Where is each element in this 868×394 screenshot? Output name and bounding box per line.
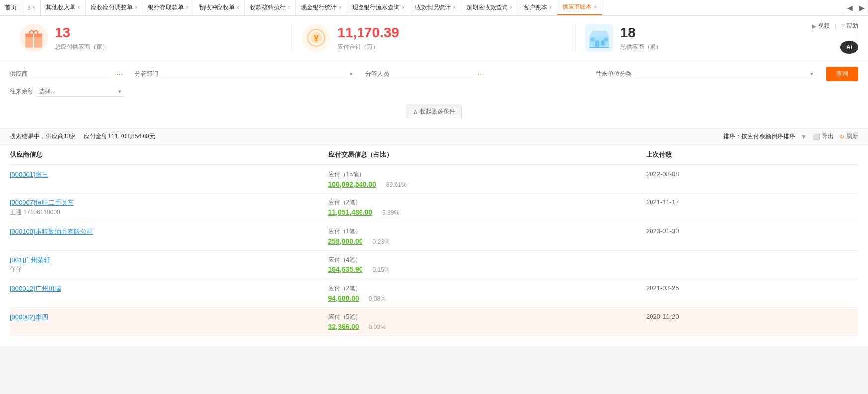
filter-dept-label: 分管部门 bbox=[135, 70, 158, 78]
nav-tab-supplier-ledger[interactable]: 供应商账本 × bbox=[557, 0, 602, 15]
amount-2[interactable]: 258,000.00 bbox=[328, 237, 363, 245]
supplier-code-1: [000007] bbox=[10, 199, 35, 206]
refresh-icon: ↻ bbox=[840, 133, 845, 140]
supplier-code-4: [000012] bbox=[10, 285, 35, 292]
nav-next-arrow[interactable]: ▶ bbox=[856, 0, 868, 16]
nav-tab-overdue-close[interactable]: × bbox=[510, 5, 513, 10]
dept-select[interactable]: ▼ bbox=[161, 69, 355, 79]
card3-number: 18 bbox=[620, 24, 662, 41]
nav-tab-supplier-ledger-close[interactable]: × bbox=[594, 4, 597, 10]
result-info-right: 排序：按应付余额倒序排序 ▼ ⬜ 导出 ↻ 刷新 bbox=[723, 132, 858, 141]
supplier-ellipsis[interactable]: ··· bbox=[114, 70, 125, 79]
balance-select[interactable]: ▼ bbox=[37, 86, 124, 97]
amount-3[interactable]: 164,635.90 bbox=[328, 265, 363, 273]
nav-tab-overdue[interactable]: 超期应收款查询 × bbox=[461, 0, 518, 15]
card3-label: 总供应商（家） bbox=[620, 43, 662, 51]
nav-tab-bank-close[interactable]: × bbox=[186, 5, 189, 10]
refresh-button[interactable]: ↻ 刷新 bbox=[840, 132, 858, 141]
nav-tab-3-close[interactable]: × bbox=[32, 5, 35, 10]
percent-1: 9.89% bbox=[382, 209, 399, 216]
top-right-links: ▶ 视频 | ? 帮助 bbox=[812, 22, 858, 30]
nav-tab-customer-ledger[interactable]: 客户账本 × bbox=[518, 0, 558, 15]
txn-label-2: 应付（1笔） bbox=[328, 227, 647, 236]
help-link[interactable]: ? 帮助 bbox=[841, 22, 858, 30]
amount-5[interactable]: 32,366.00 bbox=[328, 323, 359, 330]
nav-tab-bank-label: 银行存取款单 bbox=[148, 3, 184, 12]
nav-tab-payment-stats-close[interactable]: × bbox=[453, 5, 456, 10]
person-input[interactable] bbox=[392, 69, 473, 79]
last-payment-5: 2020-11-20 bbox=[646, 313, 858, 320]
nav-tab-cash-stats[interactable]: 现金银行统计 × bbox=[296, 0, 347, 15]
nav-tab-collection-close[interactable]: × bbox=[288, 5, 290, 10]
txn-label-3: 应付（4笔） bbox=[328, 256, 647, 264]
balance-input[interactable] bbox=[37, 86, 115, 96]
supplier-name-4: 广州贝瑞 bbox=[35, 285, 61, 292]
sort-label[interactable]: 排序：按应付余额倒序排序 bbox=[723, 132, 795, 141]
card2-content: 11,170.39 应付合计（万） bbox=[337, 24, 399, 52]
nav-tab-cash-flow[interactable]: 现金银行流水查询 × bbox=[347, 0, 410, 15]
percent-5: 0.03% bbox=[369, 324, 386, 330]
category-input[interactable] bbox=[635, 69, 807, 79]
supplier-link-4[interactable]: [000012]广州贝瑞 bbox=[10, 284, 328, 293]
supplier-info-5: [000002]李四 bbox=[10, 313, 328, 322]
supplier-info-4: [000012]广州贝瑞 bbox=[10, 284, 328, 293]
nav-tab-adjustment-close[interactable]: × bbox=[135, 5, 138, 10]
supplier-name-0: 张三 bbox=[35, 171, 48, 178]
nav-tab-bank[interactable]: 银行存取款单 × bbox=[143, 0, 194, 15]
supplier-sub-1: 王通 17106110000 bbox=[10, 208, 328, 217]
nav-tab-3[interactable]: 3 × bbox=[22, 0, 41, 15]
date-1: 2021-11-17 bbox=[646, 198, 679, 206]
nav-tab-payment-stats-label: 收款情况统计 bbox=[415, 3, 451, 12]
card2-label: 应付合计（万） bbox=[337, 43, 399, 51]
supplier-input[interactable] bbox=[31, 69, 111, 79]
nav-tab-supplier-ledger-label: 供应商账本 bbox=[562, 3, 592, 11]
nav-tab-other-income[interactable]: 其他收入单 × bbox=[41, 0, 86, 15]
nav-tab-customer-ledger-close[interactable]: × bbox=[549, 5, 552, 10]
date-4: 2021-03-25 bbox=[646, 284, 679, 292]
amount-4[interactable]: 94,600.00 bbox=[328, 294, 359, 302]
filter-row-1: 供应商 ··· 分管部门 ▼ 分管人员 ··· 往来单位分类 ▼ bbox=[10, 67, 858, 81]
supplier-link-0[interactable]: [000001]张三 bbox=[10, 170, 328, 179]
col-header-supplier: 供应商信息 bbox=[10, 150, 328, 159]
table-row: [000012]广州贝瑞 应付（2笔） 94,600.00 0.08% 2021… bbox=[10, 279, 858, 308]
col-header-last-payment: 上次付数 bbox=[646, 150, 858, 159]
txn-info-4: 应付（2笔） 94,600.00 0.08% bbox=[328, 284, 647, 302]
nav-tab-payment-stats[interactable]: 收款情况统计 × bbox=[410, 0, 461, 15]
amount-0[interactable]: 100,092,540.00 bbox=[328, 180, 376, 188]
card1-number: 13 bbox=[55, 24, 108, 41]
table-row-highlighted: [000002]李四 应付（5笔） 32,366.00 0.03% 2020-1… bbox=[10, 308, 858, 336]
filter-row-2: 往来余额 ▼ bbox=[10, 86, 858, 97]
ai-button[interactable]: Ai bbox=[840, 41, 858, 54]
amount-1[interactable]: 11,051,486.00 bbox=[328, 208, 373, 216]
dept-input[interactable] bbox=[161, 69, 346, 79]
result-info-left: 搜索结果中，供应商13家 应付金额111,703,854.00元 bbox=[10, 132, 155, 141]
txn-label-1: 应付（2笔） bbox=[328, 198, 647, 207]
nav-prev-arrow[interactable]: ◀ bbox=[844, 0, 856, 16]
supplier-name-3: 广州荣轩 bbox=[24, 256, 50, 263]
person-ellipsis[interactable]: ··· bbox=[476, 70, 486, 79]
supplier-link-3[interactable]: [001]广州荣轩 bbox=[10, 256, 328, 264]
nav-tab-prepay-close[interactable]: × bbox=[237, 5, 240, 10]
search-button[interactable]: 查询 bbox=[826, 67, 858, 81]
export-label: 导出 bbox=[822, 132, 834, 141]
nav-tab-cash-stats-label: 现金银行统计 bbox=[301, 3, 337, 12]
card2-number: 11,170.39 bbox=[337, 24, 399, 41]
category-select[interactable]: ▼ bbox=[635, 69, 816, 79]
nav-tab-other-income-close[interactable]: × bbox=[77, 5, 80, 10]
video-icon: ▶ bbox=[812, 23, 816, 30]
nav-tab-prepay[interactable]: 预收冲应收单 × bbox=[194, 0, 245, 15]
supplier-link-2[interactable]: [000100]本特勤油品有限公司 bbox=[10, 227, 328, 236]
export-button[interactable]: ⬜ 导出 bbox=[813, 132, 834, 141]
nav-tab-collection[interactable]: 收款核销执行 × bbox=[245, 0, 296, 15]
nav-tab-cash-stats-close[interactable]: × bbox=[339, 5, 342, 10]
percent-0: 89.61% bbox=[386, 181, 407, 188]
collapse-button[interactable]: ∧ 收起更多条件 bbox=[407, 105, 462, 118]
nav-tab-adjustment[interactable]: 应收应付调整单 × bbox=[86, 0, 143, 15]
nav-tab-cash-flow-close[interactable]: × bbox=[402, 5, 405, 10]
video-link[interactable]: ▶ 视频 bbox=[812, 22, 830, 30]
video-label: 视频 bbox=[818, 22, 830, 30]
nav-tab-home[interactable]: 首页 bbox=[0, 0, 22, 15]
supplier-link-5[interactable]: [000002]李四 bbox=[10, 313, 328, 322]
card1-label: 总应付供应商（家） bbox=[55, 43, 108, 51]
supplier-link-1[interactable]: [000007]恒旺二手叉车 bbox=[10, 198, 328, 207]
